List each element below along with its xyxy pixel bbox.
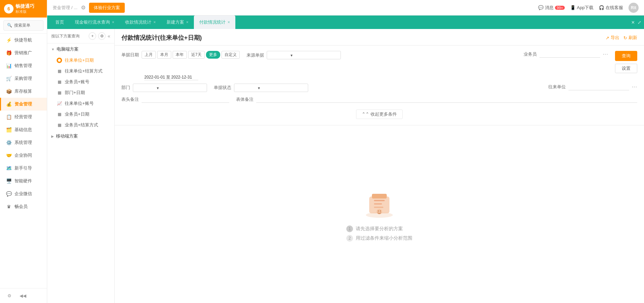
tab-payment-stats[interactable]: 付款情况统计 × [194, 16, 235, 29]
collapse-sidebar-btn[interactable]: ◀◀ [17, 292, 29, 300]
tab-home[interactable]: 首页 [50, 16, 69, 29]
sidebar-item-enterprise[interactable]: 🤝 企业协同 [0, 149, 47, 162]
date-btn-custom[interactable]: 自定义 [222, 51, 240, 59]
date-btn-this-year[interactable]: 本年 [173, 51, 187, 59]
scheme-item-staff-account[interactable]: ▦ 业务员+账号 [47, 77, 114, 87]
sidebar-item-vip[interactable]: ♛ 畅会员 [0, 200, 47, 213]
scheme-item-chart-icon: 📈 [57, 101, 62, 106]
sidebar-item-basic-info[interactable]: 🗂️ 基础信息 [0, 123, 47, 136]
date-btn-7days[interactable]: 近7天 [188, 51, 205, 59]
sidebar-item-guide[interactable]: 🗺️ 新手引导 [0, 162, 47, 175]
sidebar-item-marketing[interactable]: 🎁 营销推广 [0, 47, 47, 59]
app-download-btn[interactable]: 📱 App下载 [570, 5, 593, 11]
partner-dots[interactable]: ··· [632, 84, 637, 90]
dept-select[interactable] [133, 84, 207, 92]
staff-input[interactable] [539, 51, 600, 58]
scheme-item-unit-account[interactable]: 📈 往来单位+账号 [47, 98, 114, 109]
sidebar-item-purchase[interactable]: 🛒 采购管理 [0, 72, 47, 85]
collapse-filter-btn[interactable]: ⌃⌃ 收起更多条件 [356, 110, 403, 119]
svg-rect-3 [372, 194, 387, 199]
scheme-item-table-icon5: ▦ [57, 122, 62, 128]
staff-filter: 业务员 ··· [524, 51, 608, 58]
settings-footer-btn[interactable]: ⚙ [5, 292, 14, 300]
sidebar-item-hardware[interactable]: 🖥️ 智能硬件 [0, 175, 47, 187]
trial-industry-button[interactable]: 体验行业方案 [89, 3, 125, 13]
search-menu-button[interactable]: 🔍 搜索菜单 [3, 20, 43, 31]
source-doc-filter: 来源单据 [246, 51, 517, 59]
tab-new-scheme-close[interactable]: × [186, 20, 188, 25]
query-button[interactable]: 查询 [615, 51, 637, 61]
header-notes-input[interactable] [142, 96, 229, 103]
partner-input[interactable] [568, 84, 629, 90]
scheme-item-table-icon3: ▦ [57, 90, 62, 95]
sidebar-nav: ⚡ 快捷导航 🎁 营销推广 📊 销售管理 🛒 采购管理 📦 库存核算 💰 资金管… [0, 34, 47, 288]
tab-new-scheme[interactable]: 新建方案 × [161, 16, 194, 29]
tab-receivables-close[interactable]: × [153, 20, 156, 25]
body-notes-input[interactable] [256, 96, 637, 103]
source-doc-label: 来源单据 [246, 52, 264, 58]
filter-settings-btn[interactable]: 设置 [615, 64, 637, 73]
download-icon: 📱 [570, 5, 576, 10]
export-icon: ↗ [606, 35, 609, 40]
tab-payment-stats-close[interactable]: × [228, 20, 230, 25]
service-icon: 🎧 [599, 5, 604, 10]
date-btn-last-month[interactable]: 上月 [142, 51, 156, 59]
tab-cashflow-close[interactable]: × [112, 20, 114, 25]
date-btn-more[interactable]: 更多 [206, 51, 220, 59]
topbar-right: 💬 消息 99+ 📱 App下载 🎧 在线客服 Rit [538, 3, 639, 13]
date-range-display [144, 74, 637, 80]
page-header: 付款情况统计(往来单位+日期) ↗ 导出 ↻ 刷新 [115, 29, 644, 46]
filter-row-1: 单据日期 上月 本月 本年 近7天 更多 自定义 来源单据 [121, 51, 637, 73]
doc-status-select[interactable] [234, 84, 308, 92]
logo-text: 畅捷通巧 标准版 [16, 3, 34, 14]
desktop-scheme-group-header[interactable]: 电脑端方案 [47, 43, 114, 55]
finance-icon: 💰 [6, 101, 12, 107]
date-range-input[interactable] [144, 75, 198, 80]
scheme-item-table-icon: ▦ [57, 68, 62, 74]
sidebar-footer: ⚙ ◀◀ [0, 288, 47, 303]
date-btn-this-month[interactable]: 本月 [157, 51, 171, 59]
svg-rect-5 [374, 203, 382, 205]
wechat-icon: 💬 [6, 191, 12, 197]
online-service-btn[interactable]: 🎧 在线客服 [599, 5, 623, 11]
close-all-tabs-btn[interactable]: ✕ [631, 20, 635, 25]
topbar-settings-icon[interactable]: ⚙ [81, 4, 86, 11]
mobile-scheme-group-header[interactable]: 移动端方案 [47, 130, 114, 142]
sidebar-item-finance[interactable]: 💰 资金管理 [0, 98, 47, 111]
scheme-item-unit-settle[interactable]: ▦ 往来单位+结算方式 [47, 66, 114, 77]
notification-badge: 99+ [555, 6, 565, 10]
sidebar-item-operations[interactable]: 📋 经营管理 [0, 111, 47, 123]
scheme-item-dept-date[interactable]: ▦ 部门+日期 [47, 87, 114, 98]
maximize-window-btn[interactable]: ⤢ [638, 20, 641, 25]
sidebar-item-quick-nav[interactable]: ⚡ 快捷导航 [0, 34, 47, 47]
sidebar-item-inventory[interactable]: 📦 库存核算 [0, 85, 47, 98]
scheme-panel-title: 按以下方案查询 [51, 33, 80, 39]
right-panel: 付款情况统计(往来单位+日期) ↗ 导出 ↻ 刷新 [115, 29, 644, 303]
sidebar-item-sales[interactable]: 📊 销售管理 [0, 59, 47, 72]
collapse-panel-btn[interactable]: « [108, 33, 110, 39]
message-icon: 💬 [538, 5, 544, 10]
tab-receivables[interactable]: 收款情况统计 × [120, 16, 161, 29]
main-content: 资金管理 / ... ⚙ 体验行业方案 💬 消息 99+ 📱 App下载 🎧 在… [47, 0, 644, 303]
scheme-panel-header: 按以下方案查询 + ⚙ « [47, 29, 114, 43]
scheme-item-staff-date[interactable]: ▦ 业务员+日期 [47, 109, 114, 120]
dept-chevron [156, 85, 159, 90]
export-btn[interactable]: ↗ 导出 [606, 35, 619, 41]
scheme-item-unit-date[interactable]: 往来单位+日期 [47, 55, 114, 66]
source-doc-select[interactable] [267, 51, 341, 59]
user-avatar[interactable]: Rit [628, 3, 639, 13]
notification-btn[interactable]: 💬 消息 99+ [538, 5, 565, 11]
refresh-btn[interactable]: ↻ 刷新 [623, 35, 637, 41]
sidebar-item-wechat[interactable]: 💬 企业微信 [0, 187, 47, 200]
staff-dots[interactable]: ··· [603, 51, 608, 57]
svg-point-0 [58, 59, 61, 62]
scheme-item-staff-settle[interactable]: ▦ 业务员+结算方式 [47, 120, 114, 130]
sidebar-item-system[interactable]: ⚙️ 系统管理 [0, 136, 47, 149]
scheme-settings-btn[interactable]: ⚙ [98, 32, 106, 40]
tab-cashflow[interactable]: 现金银行流水查询 × [69, 16, 120, 29]
header-notes-label: 表头备注 [121, 96, 139, 102]
filter-area: 单据日期 上月 本月 本年 近7天 更多 自定义 来源单据 [115, 46, 644, 125]
add-scheme-btn[interactable]: + [89, 32, 96, 40]
date-quick-btns: 上月 本月 本年 近7天 更多 自定义 [142, 51, 240, 59]
purchase-icon: 🛒 [6, 75, 12, 82]
